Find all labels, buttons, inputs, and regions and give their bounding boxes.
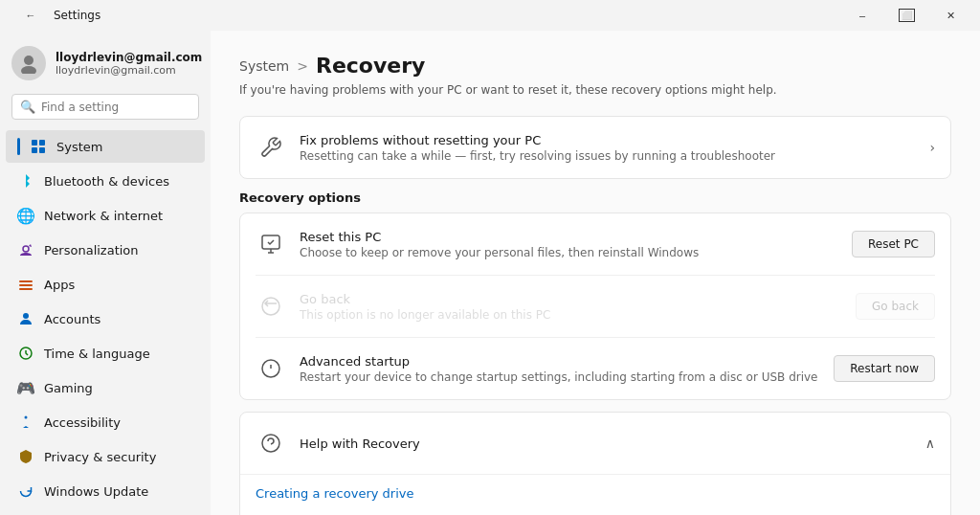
fix-problems-icon xyxy=(256,132,286,163)
breadcrumb-parent: System xyxy=(239,58,289,74)
go-back-text: Go back This option is no longer availab… xyxy=(300,292,842,322)
nav-item-bluetooth[interactable]: Bluetooth & devices xyxy=(6,165,205,197)
help-recovery-title: Help with Recovery xyxy=(300,437,420,451)
nav-item-time[interactable]: Time & language xyxy=(6,337,205,369)
svg-point-1 xyxy=(21,66,36,74)
minimize-button[interactable]: – xyxy=(840,0,884,31)
search-box[interactable]: 🔍 xyxy=(11,94,199,120)
svg-rect-8 xyxy=(19,288,33,290)
restore-button[interactable]: ⬜ xyxy=(884,0,928,31)
nav-label-bluetooth: Bluetooth & devices xyxy=(44,174,169,189)
fix-problems-row[interactable]: Fix problems without resetting your PC R… xyxy=(240,117,950,178)
network-icon: 🌐 xyxy=(17,207,34,224)
nav-label-update: Windows Update xyxy=(44,484,148,499)
gaming-icon: 🎮 xyxy=(17,379,34,396)
search-input[interactable] xyxy=(41,101,190,114)
window-controls: – ⬜ ✕ xyxy=(840,0,972,31)
nav-label-system: System xyxy=(56,140,102,154)
bluetooth-icon xyxy=(17,172,34,190)
help-chevron-icon: ∧ xyxy=(925,436,935,451)
recovery-options-card: Reset this PC Choose to keep or remove y… xyxy=(239,213,951,400)
system-icon xyxy=(30,138,47,155)
page-subtitle: If you're having problems with your PC o… xyxy=(239,83,951,97)
svg-rect-5 xyxy=(39,147,45,153)
reset-pc-title: Reset this PC xyxy=(300,230,838,244)
nav-item-system[interactable]: System xyxy=(6,130,205,163)
svg-point-11 xyxy=(25,416,28,419)
nav-item-network[interactable]: 🌐 Network & internet xyxy=(6,199,205,232)
fix-problems-text: Fix problems without resetting your PC R… xyxy=(300,133,916,163)
app-title: Settings xyxy=(54,9,100,22)
app-container: lloydrlevin@gmail.com lloydrlevin@gmail.… xyxy=(0,31,980,515)
advanced-startup-title: Advanced startup xyxy=(300,354,820,369)
personalization-icon xyxy=(17,241,34,258)
nav-label-personalization: Personalization xyxy=(44,243,139,258)
advanced-startup-row[interactable]: Advanced startup Restart your device to … xyxy=(240,338,950,399)
nav-item-personalization[interactable]: Personalization xyxy=(6,234,205,266)
reset-pc-icon xyxy=(256,229,286,259)
nav-item-accounts[interactable]: Accounts xyxy=(6,302,205,335)
title-bar: ← Settings – ⬜ ✕ xyxy=(0,0,980,31)
reset-pc-desc: Choose to keep or remove your personal f… xyxy=(300,246,838,259)
help-recovery-body: Creating a recovery drive xyxy=(240,474,950,515)
search-icon: 🔍 xyxy=(20,100,35,114)
breadcrumb-separator: > xyxy=(297,58,308,74)
recovery-options-label: Recovery options xyxy=(239,190,951,205)
help-recovery-card: Help with Recovery ∧ Creating a recovery… xyxy=(239,412,951,515)
nav-item-accessibility[interactable]: Accessibility xyxy=(6,406,205,438)
nav-label-accessibility: Accessibility xyxy=(44,415,121,430)
nav-item-apps[interactable]: Apps xyxy=(6,268,205,301)
svg-rect-6 xyxy=(19,280,33,282)
user-section: lloydrlevin@gmail.com lloydrlevin@gmail.… xyxy=(0,38,211,94)
breadcrumb: System > Recovery xyxy=(239,54,951,78)
privacy-icon xyxy=(17,448,34,465)
update-icon xyxy=(17,482,34,500)
nav-item-update[interactable]: Windows Update xyxy=(6,475,205,507)
fix-problems-arrow: › xyxy=(929,140,935,155)
nav-label-gaming: Gaming xyxy=(44,381,93,395)
advanced-startup-desc: Restart your device to change startup se… xyxy=(300,370,820,384)
svg-rect-2 xyxy=(32,140,37,146)
nav-label-privacy: Privacy & security xyxy=(44,450,156,464)
nav-label-network: Network & internet xyxy=(44,209,163,223)
nav-item-privacy[interactable]: Privacy & security xyxy=(6,440,205,473)
reset-pc-text: Reset this PC Choose to keep or remove y… xyxy=(300,230,838,259)
back-button[interactable]: ← xyxy=(15,0,46,31)
svg-point-15 xyxy=(262,435,279,452)
apps-icon xyxy=(17,276,34,293)
advanced-startup-icon xyxy=(256,353,286,384)
svg-point-0 xyxy=(24,56,33,65)
main-content: System > Recovery If you're having probl… xyxy=(211,31,980,515)
accessibility-icon xyxy=(17,414,34,431)
restart-now-button[interactable]: Restart now xyxy=(834,355,935,382)
nav-label-apps: Apps xyxy=(44,278,75,292)
user-info: lloydrlevin@gmail.com lloydrlevin@gmail.… xyxy=(56,51,202,77)
creating-recovery-drive-link[interactable]: Creating a recovery drive xyxy=(256,479,935,508)
help-recovery-header[interactable]: Help with Recovery ∧ xyxy=(240,413,950,474)
nav-label-accounts: Accounts xyxy=(44,312,100,326)
page-title: Recovery xyxy=(316,54,425,78)
fix-problems-desc: Resetting can take a while — first, try … xyxy=(300,149,916,163)
nav-label-time: Time & language xyxy=(44,347,150,361)
close-button[interactable]: ✕ xyxy=(928,0,972,31)
reset-pc-button[interactable]: Reset PC xyxy=(852,231,935,258)
go-back-button[interactable]: Go back xyxy=(856,293,935,320)
svg-rect-7 xyxy=(19,284,33,286)
advanced-startup-text: Advanced startup Restart your device to … xyxy=(300,354,820,384)
user-email: lloydrlevin@gmail.com xyxy=(56,64,202,77)
go-back-icon xyxy=(256,291,286,322)
go-back-row[interactable]: Go back This option is no longer availab… xyxy=(240,276,950,337)
nav-item-gaming[interactable]: 🎮 Gaming xyxy=(6,371,205,404)
time-icon xyxy=(17,345,34,362)
svg-point-13 xyxy=(262,298,279,315)
accounts-icon xyxy=(17,310,34,327)
svg-point-9 xyxy=(23,313,29,319)
help-recovery-icon xyxy=(256,428,286,459)
go-back-title: Go back xyxy=(300,292,842,306)
svg-rect-3 xyxy=(39,140,45,146)
active-indicator xyxy=(17,138,20,155)
go-back-desc: This option is no longer available on th… xyxy=(300,308,842,322)
reset-pc-row[interactable]: Reset this PC Choose to keep or remove y… xyxy=(240,213,950,275)
title-bar-left: ← Settings xyxy=(15,0,100,31)
fix-problems-card: Fix problems without resetting your PC R… xyxy=(239,116,951,179)
